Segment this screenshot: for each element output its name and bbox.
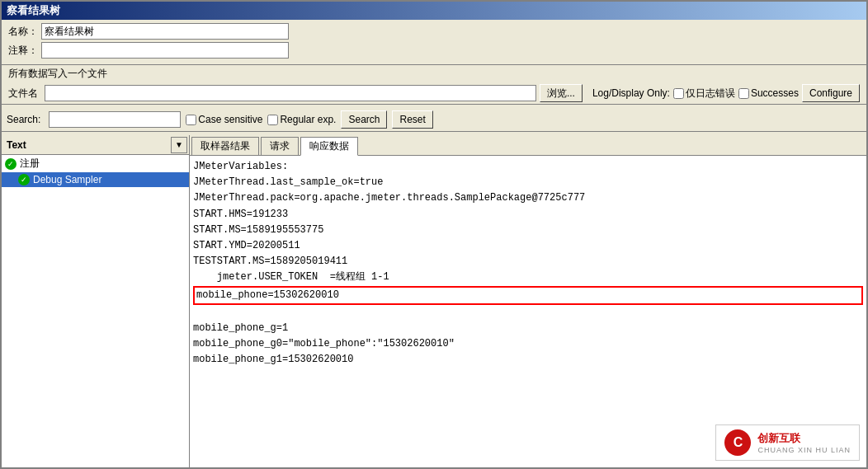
tree-item-debug[interactable]: ✓ Debug Sampler — [2, 172, 189, 187]
line-9-highlighted: mobile_phone=15302620010 — [193, 286, 863, 305]
log-only-checkbox[interactable] — [673, 88, 684, 99]
reset-button[interactable]: Reset — [392, 110, 432, 129]
watermark-main: 创新互联 — [757, 431, 851, 446]
tab-sampler-result[interactable]: 取样器结果 — [191, 137, 259, 155]
debug-icon: ✓ — [18, 174, 30, 185]
tabs-bar: 取样器结果 请求 响应数据 — [190, 135, 866, 156]
left-panel: Text ▼ ✓ 注册 ✓ Debug Sampler — [2, 135, 190, 467]
name-row: 名称： — [8, 23, 860, 40]
line-3: JMeterThread.pack=org.apache.jmeter.thre… — [193, 192, 585, 204]
filename-label: 文件名 — [8, 87, 38, 101]
left-panel-header: Text ▼ — [2, 135, 189, 155]
comment-input[interactable] — [41, 42, 289, 59]
filename-input[interactable] — [45, 85, 536, 101]
watermark: C 创新互联 CHUANG XIN HU LIAN — [715, 424, 860, 461]
all-data-label: 所有数据写入一个文件 — [8, 68, 107, 79]
comment-row: 注释： — [8, 42, 860, 59]
line-7: TESTSTART.MS=1589205019411 — [193, 256, 347, 267]
right-panel: 取样器结果 请求 响应数据 JMeterVariables: JMeterThr… — [190, 135, 866, 467]
line-5: START.MS=1589195553775 — [193, 224, 323, 236]
configure-button[interactable]: Configure — [802, 84, 860, 102]
successes-checkbox-label[interactable]: Successes — [738, 87, 799, 99]
content-area: Text ▼ ✓ 注册 ✓ Debug Sampler 取样器结果 请求 — [2, 135, 866, 467]
watermark-logo: C — [724, 429, 751, 456]
line-12: mobile_phone_g1=15302620010 — [193, 354, 353, 365]
line-4: START.HMS=191233 — [193, 209, 288, 220]
tab-response-data[interactable]: 响应数据 — [300, 137, 358, 156]
regular-exp-checkbox[interactable] — [267, 115, 278, 125]
line-11: mobile_phone_g0="mobile_phone":"15302620… — [193, 338, 455, 349]
case-sensitive-label[interactable]: Case sensitive — [186, 114, 262, 125]
line-8: jmeter.USER_TOKEN =线程组 1-1 — [193, 271, 389, 283]
log-display-label: Log/Display Only: — [592, 87, 670, 99]
title-text: 察看结果树 — [7, 3, 60, 18]
left-panel-title: Text — [3, 139, 171, 151]
name-input[interactable] — [41, 23, 289, 40]
line-10: mobile_phone_g=1 — [193, 322, 288, 334]
name-label: 名称： — [8, 25, 38, 39]
content-text: JMeterVariables: JMeterThread.last_sampl… — [190, 156, 866, 467]
watermark-sub: CHUANG XIN HU LIAN — [757, 446, 851, 454]
line-6: START.YMD=20200511 — [193, 240, 300, 251]
all-data-row: 所有数据写入一个文件 — [2, 65, 866, 82]
title-bar: 察看结果树 — [2, 2, 866, 20]
tab-request[interactable]: 请求 — [261, 137, 299, 155]
case-sensitive-checkbox[interactable] — [186, 115, 196, 125]
comment-label: 注释： — [8, 44, 38, 58]
file-row: 文件名 浏览... Log/Display Only: 仅日志错误 Succes… — [2, 82, 866, 105]
register-label: 注册 — [20, 157, 40, 171]
dropdown-arrow[interactable]: ▼ — [171, 137, 187, 153]
search-label: Search: — [7, 114, 40, 125]
log-only-checkbox-label[interactable]: 仅日志错误 — [673, 87, 735, 101]
successes-checkbox[interactable] — [738, 88, 749, 99]
watermark-text: 创新互联 CHUANG XIN HU LIAN — [757, 431, 851, 454]
browse-button[interactable]: 浏览... — [540, 84, 583, 102]
tree-item-register[interactable]: ✓ 注册 — [2, 155, 189, 172]
form-section: 名称： 注释： — [2, 20, 866, 65]
search-button[interactable]: Search — [341, 110, 387, 129]
register-icon: ✓ — [5, 158, 17, 170]
search-input[interactable] — [49, 111, 181, 128]
debug-label: Debug Sampler — [33, 174, 101, 185]
regular-exp-label[interactable]: Regular exp. — [267, 114, 336, 125]
search-bar: Search: Case sensitive Regular exp. Sear… — [2, 108, 866, 132]
line-1: JMeterVariables: — [193, 161, 288, 172]
line-2: JMeterThread.last_sample_ok=true — [193, 176, 383, 188]
